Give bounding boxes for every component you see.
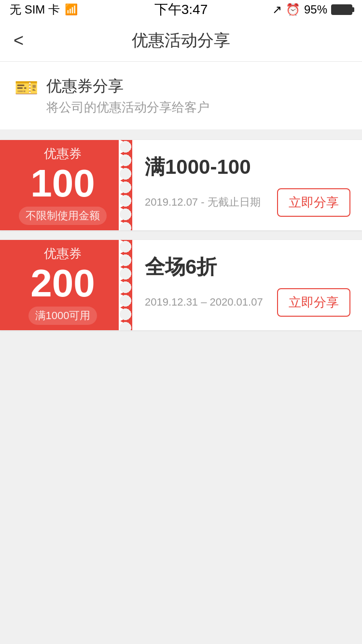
coupon-condition-2: 满1000可用 [28, 307, 97, 325]
coupon-date-2: 2019.12.31 – 2020.01.07 [145, 296, 271, 308]
background-filler [0, 350, 362, 591]
wifi-icon: 📶 [65, 3, 78, 16]
section-header: 🎫 优惠券分享 将公司的优惠活动分享给客户 [0, 62, 362, 129]
section-text-block: 优惠券分享 将公司的优惠活动分享给客户 [46, 75, 209, 116]
coupon-date-1: 2019.12.07 - 无截止日期 [145, 195, 271, 210]
coupon-card-2: 优惠券 200 满1000可用 全场6折 2019.12.31 – 2020.0… [0, 240, 362, 330]
status-time: 下午3:47 [154, 0, 208, 19]
battery-text: 95% [304, 3, 327, 16]
nav-bar: < 优惠活动分享 [0, 19, 362, 62]
location-icon: ↗ [272, 3, 282, 16]
coupon-bottom-row-1: 2019.12.07 - 无截止日期 立即分享 [145, 188, 350, 217]
status-bar: 无 SIM 卡 📶 下午3:47 ↗ ⏰ 95% [0, 0, 362, 19]
carrier-text: 无 SIM 卡 [10, 2, 60, 17]
coupon-right-1: 满1000-100 2019.12.07 - 无截止日期 立即分享 [125, 140, 362, 230]
page-title: 优惠活动分享 [132, 29, 230, 52]
coupon-bottom-row-2: 2019.12.31 – 2020.01.07 立即分享 [145, 288, 350, 317]
coupon-amount-1: 100 [30, 164, 95, 203]
section-title: 优惠券分享 [46, 75, 209, 97]
coupon-label-2: 优惠券 [44, 245, 82, 262]
coupon-amount-2: 200 [30, 264, 95, 303]
coupon-section-icon: 🎫 [14, 76, 39, 99]
coupon-condition-1: 不限制使用金额 [19, 207, 107, 225]
coupon-name-1: 满1000-100 [145, 154, 350, 181]
back-button[interactable]: < [14, 30, 24, 51]
section-subtitle: 将公司的优惠活动分享给客户 [46, 99, 209, 116]
coupon-left-1: 优惠券 100 不限制使用金额 [0, 140, 125, 230]
alarm-icon: ⏰ [286, 3, 300, 16]
coupon-label-1: 优惠券 [44, 145, 82, 162]
coupon-list: 优惠券 100 不限制使用金额 满1000-100 2019.12.07 - 无… [0, 130, 362, 350]
status-left: 无 SIM 卡 📶 [10, 2, 78, 17]
coupon-right-2: 全场6折 2019.12.31 – 2020.01.07 立即分享 [125, 240, 362, 330]
status-right: ↗ ⏰ 95% [272, 3, 352, 16]
battery-icon [331, 4, 352, 15]
share-button-1[interactable]: 立即分享 [277, 188, 350, 217]
coupon-left-2: 优惠券 200 满1000可用 [0, 240, 125, 330]
share-button-2[interactable]: 立即分享 [277, 288, 350, 317]
coupon-card-1: 优惠券 100 不限制使用金额 满1000-100 2019.12.07 - 无… [0, 140, 362, 230]
coupon-name-2: 全场6折 [145, 253, 350, 280]
